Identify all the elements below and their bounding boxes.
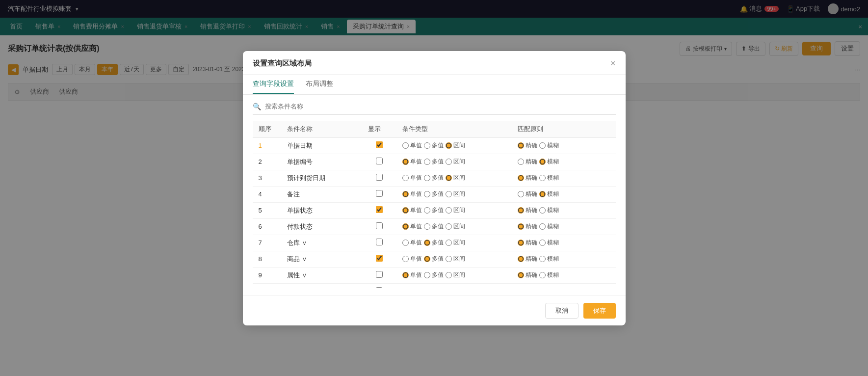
rule-radio-item-1[interactable]: 模糊	[539, 271, 559, 279]
dialog-overlay[interactable]: 设置查询区域布局 × 查询字段设置 布局调整 🔍	[0, 0, 868, 376]
rule-radio-0[interactable]	[518, 191, 524, 197]
type-radio-item-1[interactable]: 多值	[424, 141, 444, 150]
type-radio-0[interactable]	[402, 207, 409, 214]
type-radio-item-1[interactable]: 多值	[424, 239, 444, 247]
rule-radio-item-1[interactable]: 模糊	[539, 222, 559, 231]
type-radio-item-2[interactable]: 区间	[446, 222, 465, 231]
rule-radio-item-0[interactable]: 精确	[518, 271, 537, 279]
type-radio-item-1[interactable]: 多值	[424, 190, 444, 198]
type-radio-0[interactable]	[402, 175, 409, 181]
rule-radio-1[interactable]	[539, 207, 546, 214]
type-radio-2[interactable]	[446, 256, 452, 262]
rule-radio-item-1[interactable]: 模糊	[539, 174, 559, 182]
type-radio-2[interactable]	[446, 175, 452, 181]
type-radio-item-2[interactable]: 区间	[446, 141, 465, 150]
type-radio-item-0[interactable]: 单值	[402, 141, 422, 150]
rule-radio-0[interactable]	[518, 207, 524, 214]
type-radio-item-2[interactable]: 区间	[446, 255, 465, 263]
type-radio-item-1[interactable]: 多值	[424, 158, 444, 166]
rule-radio-item-0[interactable]: 精确	[518, 158, 537, 166]
rule-radio-0[interactable]	[518, 159, 524, 165]
cancel-button[interactable]: 取消	[545, 303, 579, 319]
display-checkbox-8[interactable]	[376, 271, 383, 278]
type-radio-item-0[interactable]: 单值	[402, 158, 422, 166]
type-radio-item-1[interactable]: 多值	[424, 174, 444, 182]
dialog-close-button[interactable]: ×	[610, 59, 616, 68]
type-radio-2[interactable]	[446, 272, 452, 278]
type-radio-item-0[interactable]: 单值	[402, 239, 422, 247]
rule-radio-item-1[interactable]: 模糊	[539, 239, 559, 247]
type-radio-item-0[interactable]: 单值	[402, 222, 422, 231]
dialog-tab-query-fields[interactable]: 查询字段设置	[253, 75, 294, 94]
display-checkbox-6[interactable]	[376, 239, 383, 245]
type-radio-item-2[interactable]: 区间	[446, 158, 465, 166]
type-radio-1[interactable]	[424, 240, 430, 246]
rule-radio-1[interactable]	[539, 256, 546, 262]
type-radio-item-1[interactable]: 多值	[424, 222, 444, 231]
display-checkbox-3[interactable]	[376, 190, 383, 197]
rule-radio-1[interactable]	[539, 191, 546, 197]
type-radio-2[interactable]	[446, 159, 452, 165]
rule-radio-item-0[interactable]: 精确	[518, 141, 537, 150]
rule-radio-item-0[interactable]: 精确	[518, 239, 537, 247]
save-button[interactable]: 保存	[583, 303, 616, 319]
type-radio-item-2[interactable]: 区间	[446, 190, 465, 198]
display-checkbox-4[interactable]	[376, 206, 383, 213]
rule-radio-item-1[interactable]: 模糊	[539, 190, 559, 198]
rule-radio-item-0[interactable]: 精确	[518, 174, 537, 182]
rule-radio-item-0[interactable]: 精确	[518, 206, 537, 215]
display-checkbox-5[interactable]	[376, 222, 383, 229]
type-radio-0[interactable]	[402, 142, 409, 149]
type-radio-item-2[interactable]: 区间	[446, 206, 465, 215]
type-radio-item-2[interactable]: 区间	[446, 287, 465, 288]
type-radio-item-0[interactable]: 单值	[402, 174, 422, 182]
type-radio-item-1[interactable]: 多值	[424, 255, 444, 263]
display-checkbox-1[interactable]	[376, 158, 383, 164]
type-radio-1[interactable]	[424, 256, 430, 262]
rule-radio-1[interactable]	[539, 223, 546, 230]
rule-radio-0[interactable]	[518, 256, 524, 262]
type-radio-1[interactable]	[424, 159, 430, 165]
type-radio-1[interactable]	[424, 175, 430, 181]
rule-radio-item-1[interactable]: 模糊	[539, 158, 559, 166]
type-radio-0[interactable]	[402, 159, 409, 165]
type-radio-item-2[interactable]: 区间	[446, 271, 465, 279]
rule-radio-1[interactable]	[539, 142, 546, 149]
type-radio-item-0[interactable]: 单值	[402, 255, 422, 263]
display-checkbox-2[interactable]	[376, 174, 383, 181]
type-radio-item-2[interactable]: 区间	[446, 174, 465, 182]
type-radio-0[interactable]	[402, 223, 409, 230]
type-radio-item-0[interactable]: 单值	[402, 190, 422, 198]
rule-radio-0[interactable]	[518, 175, 524, 181]
type-radio-0[interactable]	[402, 240, 409, 246]
rule-radio-0[interactable]	[518, 240, 524, 246]
type-radio-2[interactable]	[446, 207, 452, 214]
rule-radio-1[interactable]	[539, 175, 546, 181]
type-radio-1[interactable]	[424, 207, 430, 214]
rule-radio-0[interactable]	[518, 142, 524, 149]
type-radio-item-1[interactable]: 多值	[424, 287, 444, 288]
type-radio-0[interactable]	[402, 272, 409, 278]
type-radio-1[interactable]	[424, 272, 430, 278]
rule-radio-1[interactable]	[539, 240, 546, 246]
display-checkbox-9[interactable]	[376, 287, 383, 288]
type-radio-item-0[interactable]: 单值	[402, 206, 422, 215]
display-checkbox-0[interactable]	[376, 141, 383, 148]
type-radio-0[interactable]	[402, 191, 409, 197]
rule-radio-item-0[interactable]: 精确	[518, 190, 537, 198]
type-radio-2[interactable]	[446, 142, 452, 149]
rule-radio-item-0[interactable]: 精确	[518, 287, 537, 288]
rule-radio-1[interactable]	[539, 272, 546, 278]
type-radio-1[interactable]	[424, 191, 430, 197]
rule-radio-0[interactable]	[518, 223, 524, 230]
rule-radio-item-0[interactable]: 精确	[518, 222, 537, 231]
type-radio-1[interactable]	[424, 142, 430, 149]
type-radio-item-1[interactable]: 多值	[424, 206, 444, 215]
type-radio-item-0[interactable]: 单值	[402, 271, 422, 279]
rule-radio-item-0[interactable]: 精确	[518, 255, 537, 263]
search-input[interactable]	[265, 103, 616, 110]
dialog-tab-layout[interactable]: 布局调整	[306, 75, 333, 94]
type-radio-2[interactable]	[446, 223, 452, 230]
type-radio-item-2[interactable]: 区间	[446, 239, 465, 247]
display-checkbox-7[interactable]	[376, 255, 383, 262]
